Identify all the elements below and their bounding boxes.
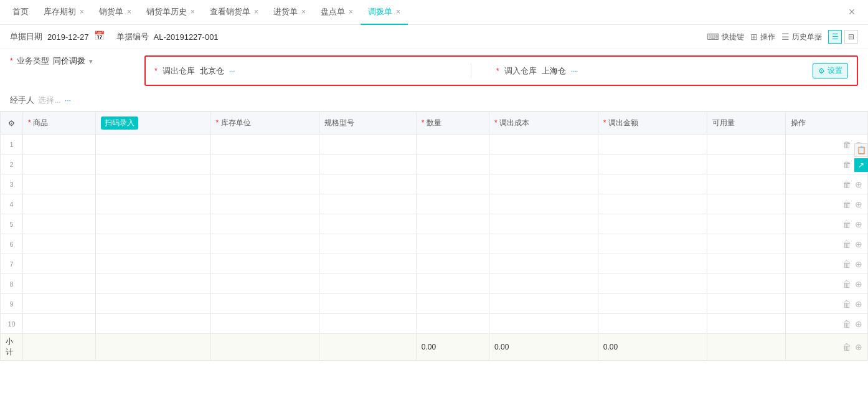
row-transfer-cost[interactable] (489, 214, 598, 234)
row-product[interactable] (23, 135, 96, 155)
row-quantity[interactable] (416, 194, 489, 214)
copy-row-icon[interactable]: ⊕ (855, 299, 862, 309)
delete-row-icon[interactable]: 🗑 (842, 179, 851, 189)
delete-icon[interactable]: 🗑 (842, 342, 851, 352)
tab-sales-history[interactable]: 销货单历史 × (139, 0, 202, 25)
setting-button[interactable]: ⚙ 设置 (813, 63, 848, 79)
delete-row-icon[interactable]: 🗑 (842, 140, 851, 150)
tab-home[interactable]: 首页 (5, 0, 36, 25)
row-product[interactable] (23, 194, 96, 214)
row-transfer-amount[interactable] (598, 314, 707, 334)
tab-purchase-order-close[interactable]: × (301, 7, 306, 16)
copy-row-icon[interactable]: ⊕ (855, 219, 862, 229)
row-transfer-amount[interactable] (598, 254, 707, 274)
row-transfer-cost[interactable] (489, 274, 598, 294)
row-spec[interactable] (319, 155, 417, 174)
shortcuts-button[interactable]: ⌨ 快捷键 (707, 32, 744, 42)
copy-row-icon[interactable]: ⊕ (855, 319, 862, 329)
row-transfer-amount[interactable] (598, 155, 707, 174)
row-stock-unit[interactable] (210, 214, 319, 234)
copy-icon[interactable]: ⊕ (855, 342, 862, 352)
row-transfer-amount[interactable] (598, 274, 707, 294)
history-button[interactable]: ☰ 历史单据 (781, 32, 822, 42)
row-transfer-cost[interactable] (489, 194, 598, 214)
row-stock-unit[interactable] (210, 234, 319, 254)
row-stock-unit[interactable] (210, 174, 319, 194)
row-spec[interactable] (319, 254, 417, 274)
row-product[interactable] (23, 234, 96, 254)
window-close-button[interactable]: × (841, 1, 863, 24)
row-transfer-amount[interactable] (598, 234, 707, 254)
row-transfer-amount[interactable] (598, 135, 707, 155)
row-spec[interactable] (319, 135, 417, 155)
row-transfer-cost[interactable] (489, 135, 598, 155)
row-product[interactable] (23, 155, 96, 174)
row-quantity[interactable] (416, 214, 489, 234)
row-transfer-cost[interactable] (489, 314, 598, 334)
settings-gear-icon[interactable]: ⚙ (8, 119, 15, 128)
row-spec[interactable] (319, 214, 417, 234)
row-transfer-amount[interactable] (598, 294, 707, 314)
tab-sales-order-close[interactable]: × (127, 7, 131, 16)
tab-stocktake[interactable]: 盘点单 × (313, 0, 361, 25)
row-quantity[interactable] (416, 314, 489, 334)
row-product[interactable] (23, 254, 96, 274)
delete-row-icon[interactable]: 🗑 (842, 319, 851, 329)
row-spec[interactable] (319, 234, 417, 254)
row-quantity[interactable] (416, 274, 489, 294)
out-warehouse-more[interactable]: ··· (229, 67, 235, 75)
row-quantity[interactable] (416, 155, 489, 174)
list-view-button[interactable]: ☰ (828, 30, 842, 44)
row-product[interactable] (23, 174, 96, 194)
delete-row-icon[interactable]: 🗑 (842, 239, 851, 249)
row-transfer-amount[interactable] (598, 174, 707, 194)
delete-row-icon[interactable]: 🗑 (842, 259, 851, 269)
row-quantity[interactable] (416, 135, 489, 155)
delete-row-icon[interactable]: 🗑 (842, 159, 851, 169)
row-product[interactable] (23, 214, 96, 234)
tab-view-sales[interactable]: 查看销货单 × (202, 0, 266, 25)
row-transfer-cost[interactable] (489, 234, 598, 254)
business-type-select[interactable]: 同价调拨 ▼ (53, 55, 94, 67)
row-spec[interactable] (319, 174, 417, 194)
person-select[interactable]: 选择... (38, 95, 61, 106)
row-transfer-cost[interactable] (489, 155, 598, 174)
row-stock-unit[interactable] (210, 294, 319, 314)
row-spec[interactable] (319, 194, 417, 214)
row-stock-unit[interactable] (210, 314, 319, 334)
grid-view-button[interactable]: ⊟ (844, 30, 858, 44)
col-settings[interactable]: ⚙ (1, 112, 23, 135)
note-button[interactable]: 📋 (854, 143, 868, 157)
row-product[interactable] (23, 294, 96, 314)
copy-row-icon[interactable]: ⊕ (855, 179, 862, 189)
person-more[interactable]: ··· (65, 96, 71, 105)
row-stock-unit[interactable] (210, 135, 319, 155)
in-warehouse-more[interactable]: ··· (571, 67, 577, 75)
copy-row-icon[interactable]: ⊕ (855, 259, 862, 269)
copy-row-icon[interactable]: ⊕ (855, 239, 862, 249)
tab-sales-history-close[interactable]: × (191, 7, 195, 16)
row-stock-unit[interactable] (210, 194, 319, 214)
row-quantity[interactable] (416, 254, 489, 274)
row-quantity[interactable] (416, 174, 489, 194)
copy-row-icon[interactable]: ⊕ (855, 199, 862, 209)
row-transfer-amount[interactable] (598, 194, 707, 214)
tab-inventory-init[interactable]: 库存期初 × (36, 0, 92, 25)
row-quantity[interactable] (416, 294, 489, 314)
row-product[interactable] (23, 274, 96, 294)
delete-row-icon[interactable]: 🗑 (842, 199, 851, 209)
scan-button[interactable]: 扫码录入 (101, 117, 138, 130)
row-quantity[interactable] (416, 234, 489, 254)
tab-transfer[interactable]: 调拨单 × (361, 0, 408, 25)
delete-row-icon[interactable]: 🗑 (842, 299, 851, 309)
row-transfer-cost[interactable] (489, 254, 598, 274)
row-spec[interactable] (319, 274, 417, 294)
delete-row-icon[interactable]: 🗑 (842, 279, 851, 289)
tab-purchase-order[interactable]: 进货单 × (266, 0, 313, 25)
row-transfer-cost[interactable] (489, 294, 598, 314)
delete-row-icon[interactable]: 🗑 (842, 219, 851, 229)
row-product[interactable] (23, 314, 96, 334)
row-spec[interactable] (319, 314, 417, 334)
row-stock-unit[interactable] (210, 155, 319, 174)
tab-view-sales-close[interactable]: × (254, 7, 258, 16)
